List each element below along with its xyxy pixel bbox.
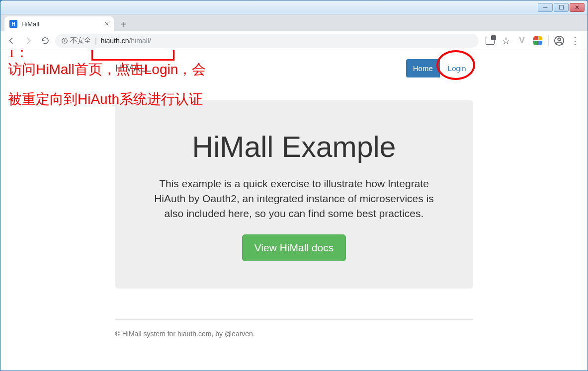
- window-minimize-button[interactable]: ─: [538, 3, 553, 12]
- account-icon[interactable]: [554, 35, 565, 46]
- nav-home-button[interactable]: Home: [406, 59, 440, 77]
- annotation-text-line1: 访问HiMall首页，点击Login，会: [8, 60, 206, 79]
- page-viewport: 1： 访问HiMall首页，点击Login，会 被重定向到HiAuth系统进行认…: [0, 50, 588, 371]
- address-separator: |: [95, 37, 97, 45]
- tab-strip: H HiMall × +: [0, 14, 588, 31]
- security-indicator[interactable]: 不安全: [61, 36, 91, 45]
- url-text: hiauth.cn/himall/: [101, 37, 151, 45]
- nav-login-link[interactable]: Login: [441, 59, 473, 77]
- window-maximize-button[interactable]: ☐: [554, 3, 569, 12]
- browser-menu-icon[interactable]: ⋮: [570, 35, 581, 46]
- jumbotron-description: This example is a quick exercise to illu…: [145, 176, 443, 221]
- view-docs-button[interactable]: View HiMall docs: [242, 234, 346, 261]
- tab-title: HiMall: [21, 20, 105, 28]
- separator: [548, 35, 549, 46]
- arrow-left-icon: [7, 36, 16, 45]
- translate-icon[interactable]: [485, 35, 496, 46]
- colorful-extension-icon[interactable]: [532, 35, 543, 46]
- back-button[interactable]: [4, 34, 18, 48]
- footer-text: © HiMall system for hiauth.com, by @earv…: [115, 330, 255, 338]
- bookmark-star-icon[interactable]: ☆: [501, 35, 511, 46]
- extension-area: ☆ V ⋮: [482, 35, 584, 46]
- svg-point-4: [558, 38, 561, 41]
- arrow-right-icon: [24, 36, 33, 45]
- window-close-button[interactable]: ✕: [570, 3, 585, 12]
- annotation-text-line2: 被重定向到HiAuth系统进行认证: [8, 90, 203, 109]
- page-footer: © HiMall system for hiauth.com, by @earv…: [115, 319, 473, 338]
- forward-button[interactable]: [21, 34, 35, 48]
- reload-button[interactable]: [38, 34, 52, 48]
- browser-toolbar: 不安全 | hiauth.cn/himall/ ☆ V ⋮: [0, 31, 588, 50]
- window-titlebar: ─ ☐ ✕: [0, 0, 588, 14]
- tab-favicon-icon: H: [9, 20, 17, 28]
- new-tab-button[interactable]: +: [117, 17, 131, 31]
- security-text: 不安全: [70, 36, 91, 45]
- address-bar[interactable]: 不安全 | hiauth.cn/himall/: [55, 34, 479, 48]
- reload-icon: [41, 36, 50, 45]
- tab-close-icon[interactable]: ×: [105, 20, 109, 28]
- browser-window: ─ ☐ ✕ H HiMall × + 不安全 |: [0, 0, 588, 371]
- jumbotron: HiMall Example This example is a quick e…: [115, 100, 473, 289]
- jumbotron-title: HiMall Example: [145, 130, 443, 164]
- info-icon: [61, 37, 68, 44]
- browser-tab[interactable]: H HiMall ×: [4, 16, 114, 31]
- v-extension-icon[interactable]: V: [516, 35, 527, 46]
